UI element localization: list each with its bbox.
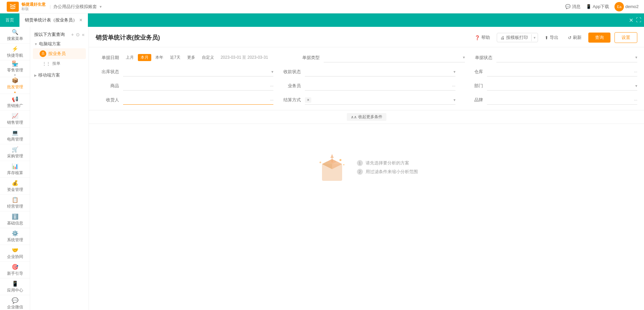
scheme-item-salesman[interactable]: 员 按业务员 [33, 48, 86, 59]
workspace-caret[interactable]: ▾ [100, 4, 102, 9]
collapse-more-btn[interactable]: ∧∧ 收起更多条件 [347, 113, 386, 121]
sidebar-item-system[interactable]: ⚙️ 系统管理 [0, 228, 30, 245]
date-btn-this-month[interactable]: 本月 [138, 54, 151, 61]
empty-state-content: 1 请先选择要分析的方案 2 用过滤条件来缩小分析范围 [315, 151, 418, 184]
sidebar-item-finance[interactable]: 💰 资金管理 [0, 178, 30, 195]
out-status-control[interactable]: ▾ [123, 67, 273, 76]
content-area: 销货单统计表(按业务员) ❓ 帮助 🖨 按模板打印 ▾ ⬆ [89, 27, 644, 310]
desktop-group-label: 电脑端方案 [39, 41, 61, 47]
salesman-control[interactable]: ··· [305, 81, 455, 91]
salesman-dots: ··· [452, 84, 455, 88]
doc-type-caret: ▾ [463, 55, 465, 60]
svg-point-6 [319, 162, 321, 163]
collect-status-control[interactable]: ▾ [305, 67, 455, 76]
close-all-icon[interactable]: ✕ [629, 17, 633, 23]
help-btn[interactable]: ❓ 帮助 [472, 33, 493, 42]
settlement-control[interactable]: × ▾ [305, 95, 455, 105]
user-name: demo2 [625, 4, 639, 9]
sidebar-label-wechat: 企业微信 [7, 304, 23, 310]
svg-marker-7 [330, 154, 334, 158]
sidebar-label-appcenter: 应用中心 [7, 288, 23, 293]
sidebar-item-wholesale[interactable]: 📦 批发管理 ▴ [0, 77, 30, 94]
tip-text-2: 用过滤条件来缩小分析范围 [366, 169, 418, 175]
refresh-icon: ↺ [568, 35, 572, 40]
sidebar-label-newbie: 新手引导 [7, 271, 23, 276]
collect-status-label: 收款状态 [277, 69, 301, 75]
tab-sales-stats[interactable]: 销货单统计表（按业务员） ✕ [19, 13, 88, 27]
message-btn[interactable]: 💬 消息 [565, 4, 581, 10]
sidebar-item-enterprise[interactable]: 🤝 企业协同 [0, 245, 30, 262]
date-btn-this-year[interactable]: 本年 [153, 54, 166, 61]
top-header-left: 畅捷通好生意 标版 | 办公用品行业模拟账套 ▾ [5, 0, 102, 13]
sidebar-item-marketing[interactable]: 📢 营销推广 [0, 94, 30, 111]
export-btn[interactable]: ⬆ 导出 [542, 33, 561, 42]
sidebar-label-purchase: 采购管理 [7, 153, 23, 159]
print-label: 按模板打印 [506, 35, 528, 41]
doc-status-control[interactable]: ▾ [496, 53, 637, 62]
sidebar-item-sales[interactable]: 📈 销售管理 [0, 111, 30, 127]
settlement-tag: × [305, 97, 311, 103]
settings-btn[interactable]: 设置 [614, 32, 637, 43]
date-btn-more[interactable]: 更多 [184, 54, 198, 61]
help-icon: ❓ [475, 35, 480, 40]
date-btn-custom[interactable]: 自定义 [199, 54, 217, 61]
message-label: 消息 [572, 4, 581, 10]
empty-illustration [315, 151, 349, 184]
expand-desktop-icon: ▼ [34, 42, 38, 46]
svg-point-5 [343, 164, 344, 165]
top-header-right: 💬 消息 📱 App下载 Ea demo2 [565, 2, 639, 11]
print-main[interactable]: 🖨 按模板打印 [497, 33, 531, 42]
mobile-scheme-group-title[interactable]: ▶ 移动端方案 [33, 71, 86, 80]
date-filter-buttons: 上月 本月 本年 近7天 更多 自定义 2023-03-01 至 2023-03… [123, 54, 292, 61]
sidebar-item-purchase[interactable]: 🛒 采购管理 [0, 144, 30, 161]
tip-num-1: 1 [357, 160, 363, 166]
consignee-control[interactable]: ··· [123, 95, 273, 105]
goods-control[interactable]: ··· [123, 81, 273, 91]
appcenter-icon: 📱 [12, 280, 18, 287]
sidebar-label-sales: 销售管理 [7, 120, 23, 125]
desktop-scheme-group-title[interactable]: ▼ 电脑端方案 [33, 40, 86, 48]
collapse-panel-btn[interactable]: « [82, 32, 85, 37]
tab-bar: 首页 销货单统计表（按业务员） ✕ ✕ ⛶ [0, 13, 644, 27]
doc-type-label: 单据类型 [296, 55, 320, 61]
add-scheme-btn[interactable]: + [71, 32, 74, 37]
date-range-text: 2023-03-01 至 2023-03-31 [221, 55, 268, 60]
print-btn[interactable]: 🖨 按模板打印 ▾ [497, 33, 538, 42]
warehouse-control[interactable]: ··· [487, 67, 637, 76]
sidebar-item-inventory[interactable]: 📊 库存核算 [0, 161, 30, 178]
sidebar-item-basic[interactable]: ℹ️ 基础信息 [0, 211, 30, 228]
query-btn[interactable]: 查询 [588, 33, 610, 43]
refresh-btn[interactable]: ↺ 刷新 [565, 33, 584, 42]
collapse-label: 收起更多条件 [358, 114, 382, 120]
ecommerce-icon: 💻 [12, 130, 18, 136]
sidebar-item-operations[interactable]: 📋 经营管理 [0, 195, 30, 211]
date-btn-last-month[interactable]: 上月 [123, 54, 137, 61]
sidebar-item-quicknav[interactable]: ⚡ 快捷导航 [0, 44, 30, 60]
tag-close-icon[interactable]: × [307, 98, 309, 102]
doc-type-control[interactable]: ▾ [324, 53, 465, 62]
sidebar-item-appcenter[interactable]: 📱 应用中心 [0, 278, 30, 295]
sidebar-item-ecommerce[interactable]: 💻 电商管理 [0, 127, 30, 144]
date-btn-7days[interactable]: 近7天 [167, 54, 183, 61]
user-area[interactable]: Ea demo2 [614, 2, 639, 11]
tab-close-icon[interactable]: ✕ [79, 18, 83, 22]
brand-control[interactable]: ··· [487, 95, 637, 105]
dept-control[interactable]: ▾ [487, 81, 637, 91]
maximize-icon[interactable]: ⛶ [636, 17, 641, 23]
download-icon: 📱 [586, 4, 591, 9]
svg-point-4 [339, 159, 341, 161]
tab-home[interactable]: 首页 [0, 13, 19, 27]
scheme-subitem-order[interactable]: ⋮⋮ 按单 [33, 59, 86, 68]
newbie-icon: 🎯 [12, 264, 18, 270]
sidebar-item-wechat[interactable]: 💬 企业微信 [0, 295, 30, 310]
tab-sales-stats-label: 销货单统计表（按业务员） [25, 17, 77, 23]
sidebar-item-retail[interactable]: 🏪 零售管理 ▾ [0, 60, 30, 77]
filter-row-1: 单据日期 上月 本月 本年 近7天 更多 自定义 2023-03-01 至 20… [96, 53, 637, 62]
workspace-title: 办公用品行业模拟账套 [53, 4, 97, 10]
sidebar-item-search[interactable]: 🔍 搜索菜单 [0, 27, 30, 44]
sidebar-label-enterprise: 企业协同 [7, 254, 23, 260]
print-arrow[interactable]: ▾ [531, 34, 538, 41]
edit-scheme-btn[interactable]: ⊙ [76, 32, 80, 37]
app-download-btn[interactable]: 📱 App下载 [586, 4, 609, 10]
sidebar-item-newbie[interactable]: 🎯 新手引导 [0, 262, 30, 278]
